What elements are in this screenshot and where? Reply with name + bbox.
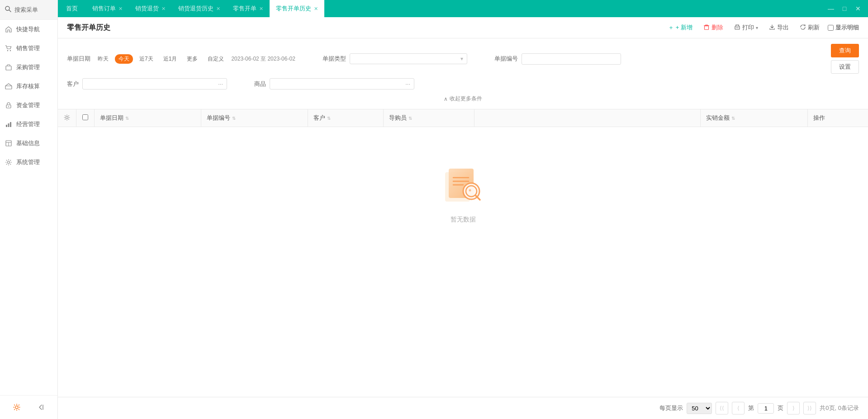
refresh-button[interactable]: 刷新 — [797, 22, 822, 33]
sidebar-item-label: 采购管理 — [16, 63, 40, 71]
filter-date: 单据日期 昨天 今天 近7天 近1月 更多 自定义 2023-06-02 至 2… — [67, 54, 295, 64]
total-info: 共0页, 0条记录 — [820, 404, 859, 412]
svg-point-15 — [15, 406, 18, 409]
page-number-input[interactable] — [758, 403, 774, 414]
tab-label: 销货退货历史 — [178, 5, 213, 13]
maximize-btn[interactable]: □ — [838, 2, 851, 15]
empty-illustration — [436, 163, 490, 208]
export-icon — [769, 24, 775, 32]
settings-button[interactable]: 设置 — [831, 60, 859, 74]
tab-sales-return[interactable]: 销货退货 ✕ — [129, 0, 172, 17]
th-number-label: 单据编号 — [207, 114, 230, 122]
settings-icon[interactable] — [64, 115, 70, 122]
empty-state: 暂无数据 — [58, 127, 868, 260]
prev-page-btn[interactable]: ⟨ — [732, 402, 745, 414]
sort-number-icon[interactable]: ⇅ — [232, 116, 236, 121]
collapse-sidebar-btn[interactable] — [33, 400, 48, 414]
sort-salesperson-icon[interactable]: ⇅ — [408, 116, 412, 121]
table-icon — [5, 139, 13, 147]
last-page-btn[interactable]: ⟩⟩ — [803, 402, 816, 414]
delete-icon — [703, 24, 710, 32]
display-detail-input[interactable] — [828, 25, 834, 31]
display-detail-checkbox[interactable]: 显示明细 — [828, 24, 859, 32]
chevron-up-icon: ∧ — [444, 96, 448, 102]
th-number: 单据编号 ⇅ — [201, 109, 308, 127]
th-action: 操作 — [807, 109, 868, 127]
page-label: 第 — [748, 404, 754, 412]
window-controls: — □ ✕ — [825, 2, 868, 15]
th-date: 单据日期 ⇅ — [94, 109, 201, 127]
add-icon: ＋ — [668, 24, 674, 32]
add-button[interactable]: ＋ + 新增 — [665, 22, 695, 33]
collapse-button[interactable]: ∧ 收起更多条件 — [440, 94, 486, 104]
tab-retail-open[interactable]: 零售开单 ✕ — [227, 0, 270, 17]
sidebar-item-basic-info[interactable]: 基础信息 — [0, 134, 57, 153]
sidebar: 搜索采单 快捷导航 销售管理 采购管理 库存核算 资金管理 经营管理 — [0, 0, 58, 419]
sidebar-item-label: 系统管理 — [16, 158, 40, 166]
filter-goods: 商品 ··· — [254, 78, 414, 89]
print-dropdown-icon[interactable]: ▾ — [756, 25, 758, 30]
number-input[interactable] — [522, 53, 621, 65]
tab-label: 销货退货 — [135, 5, 159, 13]
minimize-btn[interactable]: — — [825, 2, 837, 15]
first-page-btn[interactable]: ⟨⟨ — [716, 402, 728, 414]
tab-close-icon[interactable]: ✕ — [119, 6, 123, 12]
sidebar-item-quick-nav[interactable]: 快捷导航 — [0, 20, 57, 39]
export-button[interactable]: 导出 — [766, 22, 792, 33]
goods-input[interactable]: ··· — [270, 78, 414, 89]
sort-customer-icon[interactable]: ⇅ — [327, 116, 331, 121]
date-btn-today[interactable]: 今天 — [115, 54, 133, 64]
per-page-select[interactable]: 50 100 200 — [687, 403, 712, 414]
svg-point-3 — [10, 50, 11, 51]
next-page-btn[interactable]: ⟩ — [787, 402, 800, 414]
sidebar-bottom — [0, 395, 57, 419]
sidebar-item-purchase-mgmt[interactable]: 采购管理 — [0, 58, 57, 77]
sidebar-item-label: 快捷导航 — [16, 25, 40, 33]
settings-bottom-btn[interactable] — [9, 400, 24, 414]
sort-date-icon[interactable]: ⇅ — [125, 116, 129, 121]
date-btn-7days[interactable]: 近7天 — [136, 54, 157, 64]
tab-close-icon[interactable]: ✕ — [161, 6, 166, 12]
date-btn-more[interactable]: 更多 — [183, 54, 201, 64]
sidebar-search[interactable]: 搜索采单 — [0, 0, 57, 20]
data-table: 单据日期 ⇅ 单据编号 ⇅ 客户 ⇅ — [58, 109, 868, 260]
tab-close-icon[interactable]: ✕ — [314, 6, 318, 12]
sidebar-item-system-mgmt[interactable]: 系统管理 — [0, 153, 57, 172]
sidebar-item-operations[interactable]: 经营管理 — [0, 115, 57, 134]
date-btn-yesterday[interactable]: 昨天 — [94, 54, 112, 64]
delete-button[interactable]: 删除 — [701, 22, 726, 33]
print-button[interactable]: 打印 ▾ — [731, 22, 761, 33]
table-header-row: 单据日期 ⇅ 单据编号 ⇅ 客户 ⇅ — [58, 109, 868, 127]
tab-close-icon[interactable]: ✕ — [216, 6, 220, 12]
close-btn[interactable]: ✕ — [852, 2, 864, 15]
type-select[interactable]: ▾ — [350, 53, 467, 64]
empty-cell: 暂无数据 — [58, 127, 868, 260]
customer-input[interactable]: ··· — [82, 78, 227, 89]
date-btn-custom[interactable]: 自定义 — [204, 54, 228, 64]
tab-retail-history[interactable]: 零售开单历史 ✕ — [270, 0, 324, 17]
warehouse-icon — [5, 82, 13, 90]
sidebar-item-inventory[interactable]: 库存核算 — [0, 77, 57, 96]
tab-home[interactable]: 首页 — [58, 0, 86, 17]
cart-icon — [5, 44, 13, 52]
th-action-label: 操作 — [813, 114, 825, 121]
sort-amount-icon[interactable]: ⇅ — [731, 116, 735, 121]
tab-sales-return-history[interactable]: 销货退货历史 ✕ — [172, 0, 227, 17]
main-content: 首页 销售订单 ✕ 销货退货 ✕ 销货退货历史 ✕ 零售开单 ✕ 零售开单历史 … — [58, 0, 868, 419]
box-icon — [5, 63, 13, 71]
sidebar-item-finance[interactable]: 资金管理 — [0, 96, 57, 115]
pagination-bar: 每页显示 50 100 200 ⟨⟨ ⟨ 第 页 ⟩ ⟩⟩ 共0页, 0条记录 — [58, 397, 868, 419]
page-suffix: 页 — [778, 404, 783, 412]
tab-sales-order[interactable]: 销售订单 ✕ — [86, 0, 129, 17]
sidebar-item-sales-mgmt[interactable]: 销售管理 — [0, 39, 57, 58]
table-container: 单据日期 ⇅ 单据编号 ⇅ 客户 ⇅ — [58, 109, 868, 397]
select-all-checkbox[interactable] — [82, 114, 88, 120]
date-range-display: 2023-06-02 至 2023-06-02 — [231, 55, 295, 63]
home-icon — [5, 25, 13, 33]
date-btn-1month[interactable]: 近1月 — [160, 54, 181, 64]
svg-line-1 — [9, 10, 11, 12]
query-button[interactable]: 查询 — [831, 44, 859, 57]
svg-rect-4 — [6, 66, 11, 70]
print-label: 打印 — [742, 24, 754, 32]
tab-close-icon[interactable]: ✕ — [259, 6, 263, 12]
